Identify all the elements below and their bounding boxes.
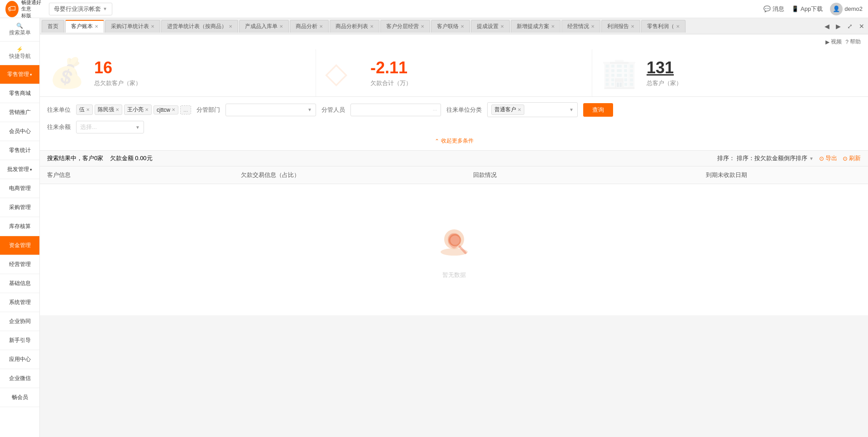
tab-scroll-left-icon[interactable]: ◀ bbox=[823, 22, 831, 31]
sidebar-item-member-center[interactable]: 会员中心 bbox=[0, 122, 39, 141]
help-btn[interactable]: ? 帮助 bbox=[845, 38, 861, 46]
query-button[interactable]: 查询 bbox=[583, 103, 613, 117]
remove-tag-wangxiaoliang-icon[interactable]: ✕ bbox=[145, 107, 149, 112]
filter-select-balance[interactable]: 选择... ▼ bbox=[76, 121, 144, 133]
filter-tag-wangxiaoliang[interactable]: 王小亮 ✕ bbox=[124, 104, 152, 115]
remove-tag-wu-icon[interactable]: ✕ bbox=[86, 107, 90, 112]
video-help-btn[interactable]: ▶ 视频 bbox=[825, 38, 842, 46]
sidebar-item-purchase-mgmt[interactable]: 采购管理 bbox=[0, 198, 39, 217]
message-icon: 💬 bbox=[763, 5, 771, 12]
stat-total-debt-customers: 💰 16 总欠款客户（家） bbox=[40, 49, 316, 96]
sidebar-item-finance-mgmt[interactable]: 资金管理 bbox=[0, 236, 39, 255]
tab-close-icon[interactable]: ✕ bbox=[370, 24, 374, 29]
tab-close-icon[interactable]: ✕ bbox=[676, 24, 680, 29]
filter-select-dept[interactable]: ▼ bbox=[225, 104, 316, 116]
tab-commission-settings[interactable]: 提成设置 ✕ bbox=[471, 20, 510, 33]
tab-close-icon[interactable]: ✕ bbox=[279, 24, 283, 29]
sidebar-item-business-mgmt[interactable]: 经营管理 bbox=[0, 255, 39, 274]
tab-product-analysis-list[interactable]: 商品分析列表 ✕ bbox=[330, 20, 379, 33]
sidebar-search[interactable]: 🔍 搜索菜单 bbox=[0, 18, 39, 42]
table-header: 客户信息 欠款交易信息（占比） 回款情况 到期未收款日期 bbox=[40, 166, 868, 184]
tab-purchase-order-stats[interactable]: 采购订单统计表 ✕ bbox=[105, 20, 160, 33]
sidebar-item-marketing[interactable]: 营销推广 bbox=[0, 103, 39, 122]
logo-icon: 🏷 bbox=[5, 1, 19, 17]
tab-close-icon[interactable]: ✕ bbox=[319, 24, 323, 29]
sidebar-item-retail-mall[interactable]: 零售商城 bbox=[0, 84, 39, 103]
sidebar-item-inventory[interactable]: 库存核算 bbox=[0, 217, 39, 236]
sidebar-item-chang-member[interactable]: 畅会员 bbox=[0, 388, 39, 407]
sidebar-item-wholesale-mgmt[interactable]: 批发管理 ▾ bbox=[0, 160, 39, 179]
stats-row: 💰 16 总欠款客户（家） ◇ -2.11 欠款合计（万） bbox=[40, 49, 868, 97]
tab-close-icon[interactable]: ✕ bbox=[591, 24, 595, 29]
app-download-btn[interactable]: 📱 App下载 bbox=[791, 5, 823, 13]
tab-profit-report[interactable]: 利润报告 ✕ bbox=[601, 20, 640, 33]
filter-area: 往来单位 伍 ✕ 陈民强 ✕ 王小亮 bbox=[40, 97, 868, 151]
collapse-filter-btn[interactable]: ⌃ 收起更多条件 bbox=[435, 137, 474, 145]
filter-tag-cjttcw[interactable]: cjttcw ✕ bbox=[153, 105, 178, 114]
sidebar-item-retail-stats[interactable]: 零售统计 bbox=[0, 141, 39, 160]
tab-close-icon[interactable]: ✕ bbox=[151, 24, 154, 29]
quick-nav-icon: ⚡ bbox=[4, 46, 36, 52]
sidebar-item-newbie-guide[interactable]: 新手引导 bbox=[0, 331, 39, 350]
filter-label-person: 分管人员 bbox=[321, 106, 345, 114]
filter-tag-wu[interactable]: 伍 ✕ bbox=[76, 104, 93, 115]
person-more-icon: ··· bbox=[433, 107, 437, 113]
filter-label-balance: 往来余额 bbox=[47, 123, 71, 131]
sidebar-item-enterprise-collab[interactable]: 企业协同 bbox=[0, 312, 39, 331]
tab-maximize-icon[interactable]: ⤢ bbox=[845, 22, 854, 31]
filter-select-person[interactable]: ··· bbox=[350, 104, 441, 116]
filter-select-unit-class[interactable]: 普通客户 ✕ ▼ bbox=[487, 102, 578, 117]
tab-close-icon[interactable]: ✕ bbox=[551, 24, 555, 29]
tab-close-icon[interactable]: ✕ bbox=[95, 24, 98, 29]
remove-tag-chenminqiang-icon[interactable]: ✕ bbox=[115, 107, 119, 112]
tab-customer-contact[interactable]: 客户联络 ✕ bbox=[431, 20, 470, 33]
tab-retail-profit[interactable]: 零售利润（ ✕ bbox=[641, 20, 686, 33]
user-menu[interactable]: 👤 demo2 bbox=[830, 3, 863, 15]
dropdown-arrow-icon: ▼ bbox=[103, 6, 107, 11]
logo: 🏷 畅捷通好生意 标版 bbox=[5, 0, 45, 19]
sidebar-item-system-mgmt[interactable]: 系统管理 bbox=[0, 293, 39, 312]
sort-dropdown-icon: ▼ bbox=[809, 156, 814, 161]
tab-product-analysis[interactable]: 商品分析 ✕ bbox=[290, 20, 329, 33]
sidebar-item-basic-info[interactable]: 基础信息 bbox=[0, 274, 39, 293]
tab-close-icon[interactable]: ✕ bbox=[421, 24, 424, 29]
empty-text: 暂无数据 bbox=[442, 271, 466, 279]
filter-tag-normal-customer[interactable]: 普通客户 ✕ bbox=[491, 104, 524, 115]
video-icon: ▶ bbox=[825, 39, 830, 45]
avatar: 👤 bbox=[830, 3, 843, 15]
filter-tag-more[interactable]: ... bbox=[180, 105, 191, 114]
remove-tag-cjttcw-icon[interactable]: ✕ bbox=[172, 107, 175, 112]
sort-selector[interactable]: 排序： 排序：按欠款金额倒序排序 ▼ bbox=[717, 154, 814, 162]
filter-tag-chenminqiang[interactable]: 陈民强 ✕ bbox=[95, 104, 122, 115]
logo-text: 畅捷通好生意 标版 bbox=[21, 0, 45, 19]
help-buttons-row: ▶ 视频 ? 帮助 bbox=[40, 34, 868, 49]
tab-close-icon[interactable]: ✕ bbox=[631, 24, 634, 29]
stat-number-debt-customers: 16 bbox=[94, 58, 141, 77]
tab-close-icon[interactable]: ✕ bbox=[460, 24, 464, 29]
tab-close-all-icon[interactable]: ✕ bbox=[857, 22, 866, 31]
sidebar-item-app-center[interactable]: 应用中心 bbox=[0, 350, 39, 369]
tab-close-icon[interactable]: ✕ bbox=[500, 24, 504, 29]
tab-add-commission-plan[interactable]: 新增提成方案 ✕ bbox=[511, 20, 561, 33]
filter-label-dept: 分管部门 bbox=[197, 106, 220, 114]
tab-customer-ledger[interactable]: 客户账本 ✕ bbox=[65, 20, 104, 33]
tab-product-inbound[interactable]: 产成品入库单 ✕ bbox=[239, 20, 289, 33]
tab-close-icon[interactable]: ✕ bbox=[229, 24, 232, 29]
refresh-btn[interactable]: ⊙ 刷新 bbox=[843, 154, 861, 162]
tab-scroll-right-icon[interactable]: ▶ bbox=[834, 22, 843, 31]
tab-customer-tier[interactable]: 客户分层经营 ✕ bbox=[380, 20, 430, 33]
sidebar-item-retail-mgmt[interactable]: 零售管理 ▾ bbox=[0, 65, 39, 84]
message-btn[interactable]: 💬 消息 bbox=[763, 5, 784, 13]
export-btn[interactable]: ⊙ 导出 bbox=[819, 154, 837, 162]
refresh-icon: ⊙ bbox=[843, 155, 848, 162]
sidebar-item-enterprise-wechat[interactable]: 企业微信 bbox=[0, 369, 39, 388]
tab-business-situation[interactable]: 经营情况 ✕ bbox=[561, 20, 600, 33]
dept-dropdown-icon: ▼ bbox=[307, 107, 312, 112]
sidebar-item-ecommerce[interactable]: 电商管理 bbox=[0, 179, 39, 198]
tab-purchase-goods-stats[interactable]: 进货单统计表（按商品） ✕ bbox=[161, 20, 238, 33]
tab-home[interactable]: 首页 bbox=[42, 20, 64, 33]
industry-selector[interactable]: 母婴行业演示帐套 ▼ bbox=[49, 3, 112, 15]
stat-total-debt-amount: ◇ -2.11 欠款合计（万） bbox=[316, 49, 592, 96]
remove-tag-normal-customer-icon[interactable]: ✕ bbox=[518, 107, 521, 112]
sidebar-quick-nav[interactable]: ⚡ 快捷导航 bbox=[0, 42, 39, 65]
